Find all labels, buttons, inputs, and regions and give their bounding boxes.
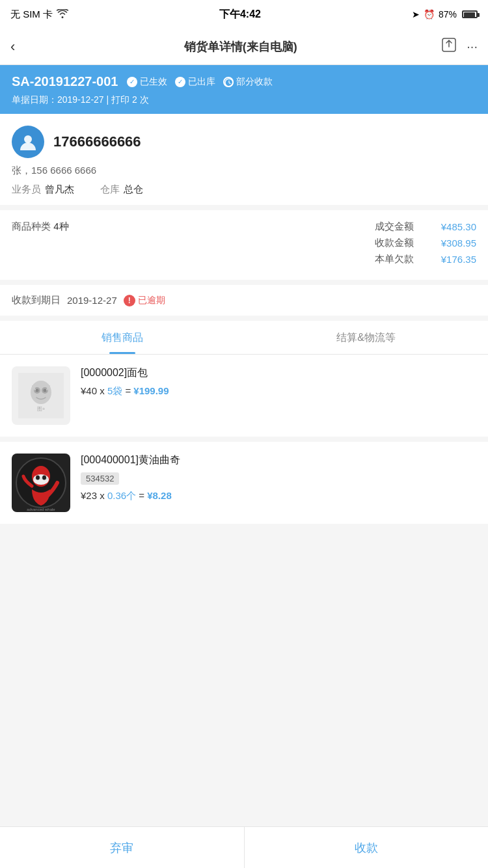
received-value: ¥308.95 [424, 237, 476, 249]
status-bar: 无 SIM 卡 下午4:42 ➤ ⏰ 87% [0, 0, 488, 29]
header-date: 单据日期：2019-12-27 | 打印 2 次 [12, 94, 476, 106]
battery-icon [462, 10, 478, 18]
svg-point-8 [44, 389, 47, 392]
page-title: 销货单详情(来自电脑) [184, 39, 297, 55]
confirm-button[interactable]: 收款 [245, 827, 489, 868]
overdue-icon: ! [124, 295, 135, 306]
product-price-1: ¥40 x 5袋 = ¥199.99 [81, 385, 476, 398]
warehouse-label: 仓库 [100, 183, 120, 196]
product-tag-2: 534532 [81, 472, 119, 485]
stats-count: 4种 [53, 221, 68, 232]
badge-partial: 部分收款 [223, 76, 273, 88]
svg-point-14 [36, 476, 40, 480]
overdue-text: 已逾期 [138, 295, 165, 306]
share-icon[interactable] [442, 38, 456, 55]
received-label: 收款金额 [375, 237, 414, 249]
product-info-2: [000400001]黄油曲奇 534532 ¥23 x 0.36个 = ¥8.… [81, 454, 476, 502]
avatar [12, 126, 44, 158]
list-item: advanced whale [000400001]黄油曲奇 534532 ¥2… [0, 442, 488, 529]
due-label: 收款到期日 [12, 294, 61, 306]
stats-left: 商品种类 4种 [12, 221, 69, 233]
status-time: 下午4:42 [219, 8, 261, 21]
nav-bar: ‹ 销货单详情(来自电脑) ··· [0, 29, 488, 65]
sales-label: 业务员 [12, 183, 41, 196]
product-thumbnail-1: 图+ [12, 366, 70, 425]
wifi-icon [57, 9, 68, 20]
back-button[interactable]: ‹ [10, 38, 39, 55]
svg-text:advanced whale: advanced whale [27, 508, 55, 511]
customer-section: 17666666666 张，156 6666 6666 业务员 曾凡杰 仓库 总… [0, 114, 488, 205]
product-name-1: [0000002]面包 [81, 366, 476, 380]
sales-value: 曾凡杰 [45, 183, 74, 196]
svg-point-7 [36, 389, 39, 392]
clock-icon [223, 77, 234, 87]
alarm-icon: ⏰ [424, 9, 435, 20]
status-right: ➤ ⏰ 87% [412, 9, 478, 20]
svg-point-2 [24, 135, 32, 143]
due-date: 2019-12-27 [67, 295, 117, 306]
product-total-2: ¥8.28 [147, 490, 172, 501]
tab-products[interactable]: 销售商品 [0, 321, 244, 354]
nav-actions: ··· [442, 38, 478, 55]
svg-point-4 [31, 381, 51, 404]
product-price-2: ¥23 x 0.36个 = ¥8.28 [81, 490, 476, 502]
product-name-2: [000400001]黄油曲奇 [81, 454, 476, 467]
cancel-button[interactable]: 弃审 [0, 827, 245, 868]
stats-section: 商品种类 4种 成交金额 ¥485.30 收款金额 ¥308.95 本单欠款 ¥… [0, 210, 488, 280]
location-icon: ➤ [412, 9, 420, 20]
check-icon-2: ✓ [175, 77, 185, 87]
due-date-section: 收款到期日 2019-12-27 ! 已逾期 [0, 285, 488, 316]
svg-point-15 [42, 476, 46, 480]
more-icon[interactable]: ··· [467, 39, 478, 54]
stats-right: 成交金额 ¥485.30 收款金额 ¥308.95 本单欠款 ¥176.35 [375, 221, 476, 269]
order-id: SA-20191227-001 [12, 74, 118, 89]
product-thumbnail-2: advanced whale [12, 454, 70, 512]
svg-text:图+: 图+ [37, 406, 46, 412]
debt-value: ¥176.35 [424, 254, 476, 265]
bottom-bar: 弃审 收款 [0, 826, 488, 868]
customer-phone: 17666666666 [53, 133, 141, 150]
product-list: 图+ [0000002]面包 ¥40 x 5袋 = ¥199.99 [0, 355, 488, 529]
customer-meta: 业务员 曾凡杰 仓库 总仓 [12, 183, 476, 196]
tabs-header: 销售商品 结算&物流等 [0, 321, 488, 355]
product-qty-1: 5袋 [107, 385, 122, 396]
tabs-section: 销售商品 结算&物流等 [0, 321, 488, 355]
tab-settlement[interactable]: 结算&物流等 [244, 321, 488, 354]
amount-label: 成交金额 [375, 221, 414, 233]
badge-effective: ✓ 已生效 [127, 76, 167, 88]
list-item: 图+ [0000002]面包 ¥40 x 5袋 = ¥199.99 [0, 355, 488, 442]
product-info-1: [0000002]面包 ¥40 x 5袋 = ¥199.99 [81, 366, 476, 398]
amount-value: ¥485.30 [424, 221, 476, 232]
check-icon-1: ✓ [127, 77, 137, 87]
overdue-badge: ! 已逾期 [124, 295, 165, 306]
status-left: 无 SIM 卡 [10, 8, 68, 21]
warehouse-value: 总仓 [124, 183, 143, 196]
debt-label: 本单欠款 [375, 253, 414, 265]
customer-info: 张，156 6666 6666 [12, 165, 476, 177]
product-qty-2: 0.36个 [107, 490, 136, 501]
status-badges: ✓ 已生效 ✓ 已出库 部分收款 [127, 76, 273, 88]
battery-text: 87% [439, 9, 457, 20]
product-total-1: ¥199.99 [133, 385, 169, 396]
header-banner: SA-20191227-001 ✓ 已生效 ✓ 已出库 部分收款 单据日期 [0, 65, 488, 114]
carrier-text: 无 SIM 卡 [10, 8, 53, 21]
badge-shipped: ✓ 已出库 [175, 76, 215, 88]
